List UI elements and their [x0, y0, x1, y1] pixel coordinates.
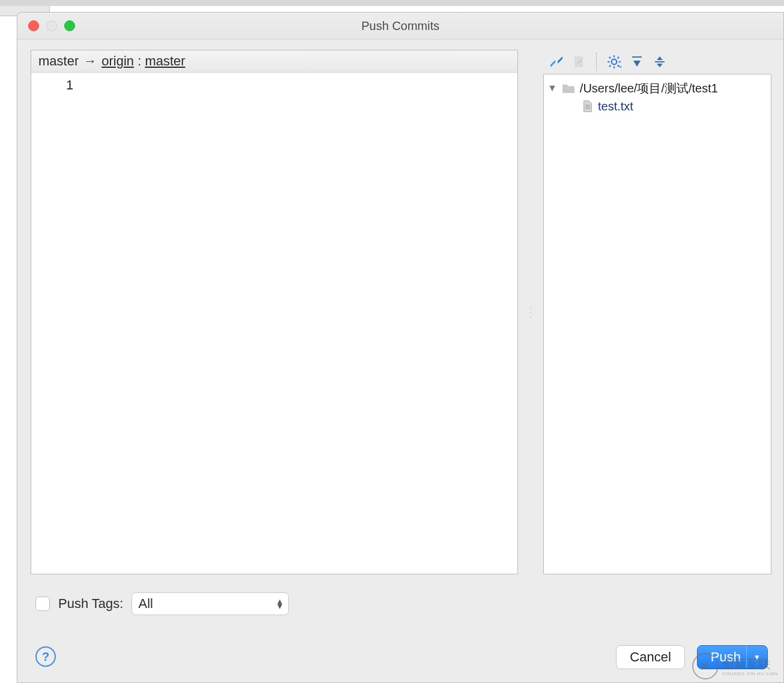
svg-line-6 — [609, 57, 611, 58]
gear-icon[interactable] — [606, 53, 623, 70]
titlebar: Push Commits — [17, 13, 783, 40]
remote-name[interactable]: origin — [101, 53, 134, 69]
minimize-icon — [46, 20, 57, 31]
push-tags-checkbox[interactable] — [35, 597, 50, 611]
svg-marker-12 — [633, 61, 641, 67]
help-button[interactable]: ? — [35, 646, 56, 667]
select-value: All — [138, 596, 152, 612]
push-tags-label: Push Tags: — [58, 596, 123, 612]
commits-pane: master → origin : master 1 — [31, 50, 518, 574]
close-icon[interactable] — [28, 20, 39, 31]
diff-icon[interactable] — [548, 53, 565, 70]
tree-folder-row[interactable]: ▼ /Users/lee/项目/测试/test1 — [547, 79, 767, 97]
tree-file-row[interactable]: test.txt — [547, 97, 767, 115]
remote-branch[interactable]: master — [145, 53, 185, 69]
svg-rect-0 — [574, 56, 583, 67]
svg-line-8 — [609, 65, 611, 67]
revert-icon — [571, 53, 588, 70]
local-branch: master — [38, 53, 79, 69]
colon: : — [134, 53, 145, 69]
toolbar-separator — [596, 53, 597, 71]
file-tree: ▼ /Users/lee/项目/测试/test1 test.txt — [543, 74, 771, 574]
svg-marker-15 — [657, 64, 663, 67]
folder-path: /Users/lee/项目/测试/test1 — [580, 80, 718, 97]
resize-grip[interactable]: ⋮ — [529, 50, 532, 574]
arrow-icon: → — [83, 53, 97, 69]
files-pane: ▼ /Users/lee/项目/测试/test1 test.txt — [543, 50, 771, 574]
folder-icon — [562, 83, 575, 94]
commit-item[interactable]: 1 — [31, 76, 517, 94]
file-name: test.txt — [598, 100, 633, 113]
expand-icon[interactable] — [629, 53, 645, 70]
branch-row[interactable]: master → origin : master — [31, 50, 517, 73]
watermark-text: 创新互联 — [722, 656, 778, 672]
collapse-icon[interactable] — [651, 53, 668, 70]
svg-line-9 — [618, 57, 619, 58]
cancel-label: Cancel — [630, 649, 671, 665]
file-icon — [582, 100, 593, 112]
cancel-button[interactable]: Cancel — [616, 645, 684, 669]
stepper-icon: ▴▾ — [277, 599, 282, 609]
dialog-footer: Push Tags: All ▴▾ ? Cancel Push ▼ — [17, 574, 783, 682]
commit-list: 1 — [31, 73, 517, 574]
files-toolbar — [543, 50, 771, 74]
svg-marker-13 — [657, 56, 663, 60]
watermark: ✕ 创新互联 CHUANG XIN HU LIAN — [692, 653, 778, 679]
watermark-logo: ✕ — [692, 653, 719, 679]
chevron-down-icon[interactable]: ▼ — [547, 83, 557, 94]
window-controls — [17, 20, 75, 31]
window-title: Push Commits — [17, 19, 783, 33]
background-strip — [0, 0, 784, 6]
push-tags-select[interactable]: All ▴▾ — [131, 592, 289, 615]
svg-marker-10 — [620, 66, 621, 68]
dialog-window: Push Commits master → origin : master 1 — [17, 12, 784, 683]
svg-point-1 — [612, 59, 617, 65]
zoom-icon[interactable] — [64, 20, 75, 31]
watermark-subtext: CHUANG XIN HU LIAN — [722, 671, 778, 676]
